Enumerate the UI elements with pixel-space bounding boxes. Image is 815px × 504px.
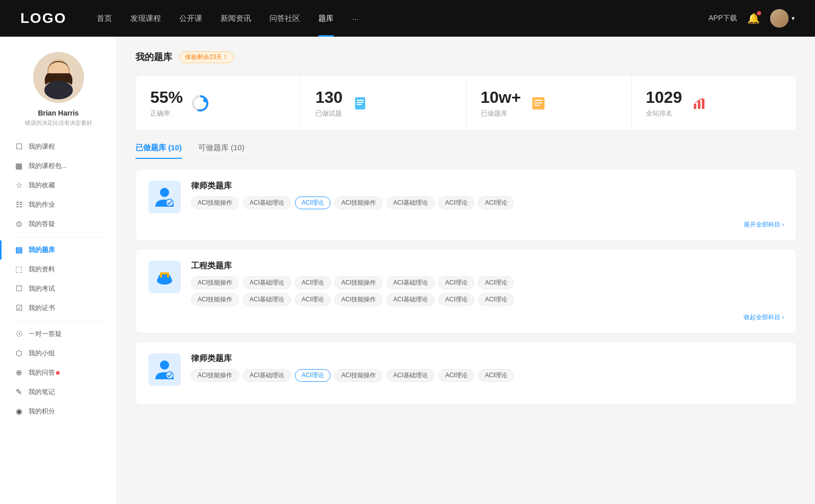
stat-done-banks: 10w+ 已做题库	[467, 76, 632, 130]
tag[interactable]: ACI基础理论	[387, 293, 434, 306]
stat-rank-label: 全站排名	[646, 109, 682, 118]
sidebar-item-profile[interactable]: ⬚ 我的资料	[0, 260, 117, 279]
svg-rect-15	[534, 105, 540, 106]
sidebar-item-questions[interactable]: ⊙ 我的答疑	[0, 214, 117, 234]
nav-link-news[interactable]: 新闻资讯	[221, 14, 251, 23]
sidebar-item-certificate[interactable]: ☑ 我的证书	[0, 298, 117, 318]
svg-rect-14	[534, 102, 542, 103]
expand-link-lawyer-1[interactable]: 展开全部科目 ›	[148, 220, 784, 229]
homework-icon: ☷	[14, 200, 23, 209]
tag[interactable]: ACI技能操作	[191, 197, 239, 209]
tag[interactable]: ACI基础理论	[243, 276, 291, 289]
tag[interactable]: ACI技能操作	[335, 197, 383, 209]
tag[interactable]: ACI基础理论	[243, 197, 291, 209]
bank-name-lawyer-1: 律师类题库	[191, 181, 784, 191]
user-menu-button[interactable]: ▾	[770, 9, 795, 27]
sidebar-item-notes[interactable]: ✎ 我的笔记	[0, 382, 117, 402]
tag[interactable]: ACI理论	[439, 197, 474, 209]
tab-done-banks[interactable]: 已做题库 (10)	[135, 143, 182, 158]
sidebar: Brian Harris 错误的决定比没有决定要好 ☐ 我的课程 ▦ 我的课程包…	[0, 37, 117, 504]
bank-card-lawyer-1: 律师类题库 ACI技能操作 ACI基础理论 ACI理论 ACI技能操作 ACI基…	[135, 169, 797, 241]
logo: LOGO	[20, 10, 66, 26]
svg-point-25	[160, 360, 169, 370]
svg-rect-13	[534, 100, 542, 101]
tag[interactable]: ACI理论	[439, 369, 474, 382]
bar-chart-icon: ▦	[14, 161, 23, 171]
document-icon	[351, 94, 369, 113]
tag[interactable]: ACI理论	[478, 276, 514, 289]
bell-button[interactable]: 🔔	[747, 12, 760, 24]
sidebar-divider-2	[12, 321, 105, 321]
nav-link-discover[interactable]: 发现课程	[130, 14, 161, 23]
sidebar-item-exam[interactable]: ☐ 我的考试	[0, 279, 117, 298]
tags-row-lawyer-2: ACI技能操作 ACI基础理论 ACI理论 ACI技能操作 ACI基础理论 AC…	[191, 369, 784, 382]
tag[interactable]: ACI技能操作	[335, 276, 383, 289]
nav-link-open[interactable]: 公开课	[179, 14, 202, 23]
stat-accuracy-value: 55%	[150, 88, 183, 107]
tag[interactable]: ACI理论	[439, 276, 474, 289]
svg-rect-11	[357, 104, 362, 105]
nav-link-qa[interactable]: 问答社区	[269, 14, 300, 23]
sidebar-item-bank[interactable]: ▤ 我的题库	[0, 240, 117, 260]
note-icon	[529, 94, 548, 113]
sidebar-item-one-on-one[interactable]: ☉ 一对一答疑	[0, 324, 117, 344]
svg-point-7	[203, 98, 207, 102]
tag[interactable]: ACI基础理论	[387, 369, 434, 382]
tag[interactable]: ACI理论	[295, 293, 331, 306]
stat-accuracy: 55% 正确率	[136, 76, 301, 130]
sidebar-item-course-packages[interactable]: ▦ 我的课程包...	[0, 156, 117, 176]
tag[interactable]: ACI技能操作	[335, 369, 383, 382]
tag[interactable]: ACI理论	[295, 276, 331, 289]
page-title: 我的题库	[135, 51, 172, 63]
avatar	[770, 9, 789, 27]
svg-rect-17	[698, 101, 700, 109]
user-motto: 错误的决定比没有决定要好	[25, 119, 92, 127]
user-name: Brian Harris	[38, 109, 78, 117]
stat-done-value: 130	[315, 88, 342, 107]
svg-rect-18	[702, 99, 704, 109]
tag[interactable]: ACI技能操作	[191, 369, 239, 382]
tag[interactable]: ACI技能操作	[191, 276, 239, 289]
tag[interactable]: ACI理论	[478, 293, 514, 306]
tag[interactable]: ACI技能操作	[191, 293, 239, 306]
notes-icon: ✎	[14, 387, 23, 397]
svg-point-19	[160, 188, 169, 197]
tab-available-banks[interactable]: 可做题库 (10)	[198, 143, 244, 158]
sidebar-item-points[interactable]: ◉ 我的积分	[0, 402, 117, 421]
sidebar-item-favorites[interactable]: ☆ 我的收藏	[0, 176, 117, 195]
nav-link-more[interactable]: ···	[352, 14, 359, 23]
sidebar-item-my-qa[interactable]: ⊕ 我的问答	[0, 363, 117, 382]
tag[interactable]: ACI技能操作	[335, 293, 383, 306]
sidebar-item-groups[interactable]: ⬡ 我的小组	[0, 344, 117, 363]
navbar: LOGO 首页 发现课程 公开课 新闻资讯 问答社区 题库 ··· APP下载 …	[0, 0, 815, 37]
tag[interactable]: ACI基础理论	[387, 197, 434, 209]
certificate-icon: ☑	[14, 303, 23, 313]
tag[interactable]: ACI基础理论	[387, 276, 434, 289]
sidebar-divider	[12, 237, 105, 237]
tag[interactable]: ACI理论	[478, 369, 514, 382]
nav-link-bank[interactable]: 题库	[318, 14, 334, 23]
stat-banks-label: 已做题库	[481, 109, 521, 118]
tag[interactable]: ACI基础理论	[243, 293, 291, 306]
collapse-link-engineer[interactable]: 收起全部科目 ›	[148, 313, 784, 322]
tag-active[interactable]: ACI理论	[295, 369, 331, 382]
exam-icon: ☐	[14, 284, 23, 293]
sidebar-item-courses[interactable]: ☐ 我的课程	[0, 137, 117, 156]
svg-rect-24	[160, 272, 169, 274]
tag[interactable]: ACI基础理论	[243, 369, 291, 382]
question-circle-icon: ⊙	[14, 219, 23, 229]
trial-badge: 体验剩余23天！	[179, 51, 234, 63]
nav-link-home[interactable]: 首页	[97, 14, 112, 23]
page-header: 我的题库 体验剩余23天！	[135, 51, 797, 63]
tag-active[interactable]: ACI理论	[295, 197, 331, 209]
chat-icon: ☉	[14, 329, 23, 339]
tag[interactable]: ACI理论	[439, 293, 474, 306]
stat-accuracy-label: 正确率	[150, 109, 183, 118]
tags-row-engineer-1: ACI技能操作 ACI基础理论 ACI理论 ACI技能操作 ACI基础理论 AC…	[191, 276, 784, 289]
chevron-down-icon: ▾	[792, 15, 795, 22]
app-download-button[interactable]: APP下载	[709, 14, 737, 23]
chart-bar-icon	[690, 94, 709, 113]
tag[interactable]: ACI理论	[478, 197, 514, 209]
sidebar-item-homework[interactable]: ☷ 我的作业	[0, 195, 117, 214]
pie-chart-icon	[191, 94, 209, 113]
